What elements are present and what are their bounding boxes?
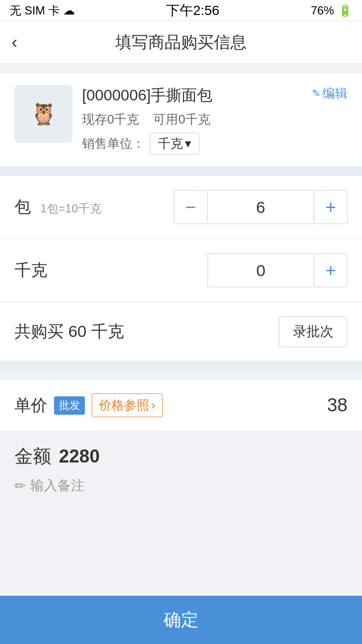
qty-label-bao: 包 1包=10千克 bbox=[14, 196, 174, 218]
quantity-section: 包 1包=10千克 − + 千克 + 共购买 60 千克 录批次 bbox=[0, 176, 362, 361]
amount-section: 金额 2280 ✏ 输入备注 bbox=[0, 431, 362, 504]
page-title: 填写商品购买信息 bbox=[115, 31, 247, 54]
chevron-down-icon: ▾ bbox=[185, 136, 191, 151]
edit-button[interactable]: ✎ 编辑 bbox=[312, 85, 348, 102]
price-value: 38 bbox=[327, 395, 348, 416]
amount-row: 金额 2280 bbox=[14, 444, 348, 469]
amount-label: 金额 bbox=[14, 444, 51, 469]
divider-1 bbox=[0, 166, 362, 176]
qty-label-kg: 千克 bbox=[14, 259, 208, 281]
product-thumbnail: 🦉 bbox=[14, 85, 72, 143]
product-stock: 现存0千克 可用0千克 bbox=[82, 111, 302, 128]
product-name: [0000006]手撕面包 bbox=[82, 85, 302, 106]
qty-plus-bao[interactable]: + bbox=[314, 190, 348, 224]
confirm-bar[interactable]: 确定 bbox=[0, 596, 362, 644]
price-type-badge: 批发 bbox=[54, 396, 85, 415]
confirm-button[interactable]: 确定 bbox=[164, 608, 198, 632]
edit-icon: ✎ bbox=[312, 87, 320, 100]
back-button[interactable]: ‹ bbox=[12, 32, 17, 53]
total-label: 共购买 60 千克 bbox=[14, 321, 124, 343]
qty-row-bao: 包 1包=10千克 − + bbox=[0, 176, 362, 239]
note-row[interactable]: ✏ 输入备注 bbox=[14, 476, 348, 495]
qty-plus-kg[interactable]: + bbox=[314, 253, 348, 287]
price-left: 单价 批发 价格参照 › bbox=[14, 393, 163, 417]
status-right: 76% 🔋 bbox=[311, 4, 352, 17]
battery-label: 76% bbox=[311, 4, 334, 17]
price-ref-button[interactable]: 价格参照 › bbox=[92, 393, 163, 417]
price-section: 单价 批发 价格参照 › 38 bbox=[0, 380, 362, 431]
status-time: 下午2:56 bbox=[166, 1, 220, 20]
chevron-right-icon: › bbox=[151, 398, 155, 413]
battery-icon: 🔋 bbox=[338, 4, 352, 17]
qty-row-kg: 千克 + bbox=[0, 239, 362, 302]
qty-control-bao: − + bbox=[174, 190, 348, 224]
amount-value: 2280 bbox=[59, 446, 100, 467]
total-row: 共购买 60 千克 录批次 bbox=[0, 302, 362, 361]
qty-input-bao[interactable] bbox=[208, 190, 314, 224]
divider-2 bbox=[0, 361, 362, 370]
unit-select[interactable]: 千克 ▾ bbox=[150, 133, 199, 154]
qty-sublabel-bao: 1包=10千克 bbox=[40, 202, 101, 215]
qty-control-kg: + bbox=[208, 253, 348, 287]
qty-minus-bao[interactable]: − bbox=[174, 190, 208, 224]
product-info: [0000006]手撕面包 现存0千克 可用0千克 销售单位： 千克 ▾ bbox=[82, 85, 302, 154]
sim-label: 无 SIM 卡 ☁ bbox=[10, 3, 75, 18]
nav-bar: ‹ 填写商品购买信息 bbox=[0, 21, 362, 64]
status-left: 无 SIM 卡 ☁ bbox=[10, 3, 75, 18]
note-placeholder: 输入备注 bbox=[30, 476, 84, 495]
record-batch-button[interactable]: 录批次 bbox=[279, 316, 348, 347]
price-label: 单价 bbox=[14, 394, 47, 417]
product-card: 🦉 [0000006]手撕面包 现存0千克 可用0千克 销售单位： 千克 ▾ ✎… bbox=[0, 73, 362, 166]
product-logo-icon: 🦉 bbox=[30, 101, 57, 126]
price-row: 单价 批发 价格参照 › 38 bbox=[14, 393, 348, 417]
status-bar: 无 SIM 卡 ☁ 下午2:56 76% 🔋 bbox=[0, 0, 362, 21]
pencil-icon: ✏ bbox=[14, 478, 26, 494]
qty-input-kg[interactable] bbox=[208, 253, 314, 287]
product-unit: 销售单位： 千克 ▾ bbox=[82, 133, 302, 154]
